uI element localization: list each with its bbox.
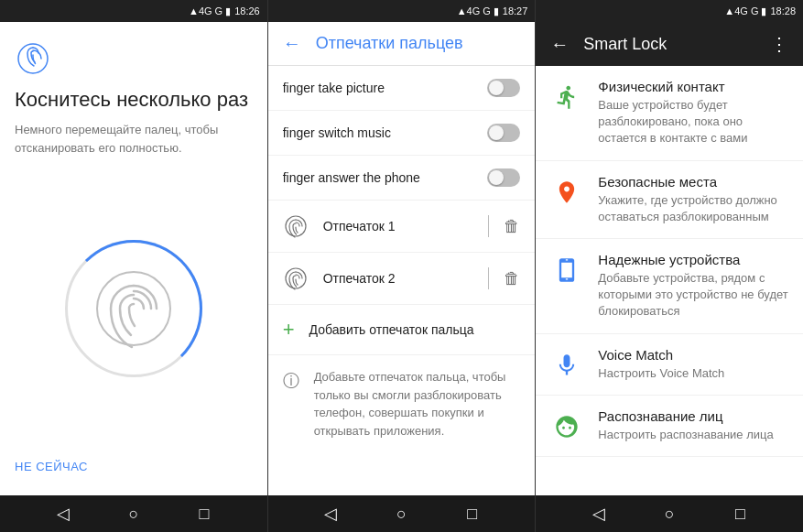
info-text: Добавьте отпечаток пальца, чтобы только … — [314, 368, 521, 440]
sl-subtitle-1: Укажите, где устройство должно оставатьс… — [598, 192, 788, 225]
nav-bar-3: ◁ ○ □ — [536, 495, 803, 532]
sl-text-4: Распознавание лиц Настроить распознавани… — [598, 408, 788, 443]
panel2-header: ← Отпечатки пальцев — [268, 22, 536, 66]
sl-text-0: Физический контакт Ваше устройство будет… — [598, 79, 788, 147]
status-bar-3: ▲4G G ▮ 18:28 — [536, 0, 803, 22]
wifi-icon-2: G — [483, 5, 491, 16]
panel1-content: Коснитесь несколько раз Немного перемеща… — [0, 22, 267, 495]
panel-fingerprint-settings: ▲4G G ▮ 18:27 ← Отпечатки пальцев finger… — [267, 0, 536, 532]
fp-name-1: Отпечаток 2 — [323, 271, 489, 286]
sl-subtitle-4: Настроить распознавание лица — [598, 427, 788, 443]
add-fp-label: Добавить отпечаток пальца — [309, 322, 474, 337]
location-icon — [550, 176, 583, 209]
toggle-row-2: finger answer the phone — [268, 156, 536, 201]
home-nav-icon-3[interactable]: ○ — [656, 500, 683, 527]
fingerprint-item-1: Отпечаток 2 🗑 — [268, 253, 536, 305]
not-now-button[interactable]: НЕ СЕЙЧАС — [15, 452, 88, 481]
wifi-icon-1: G — [215, 5, 223, 16]
panel-fingerprint-enrollment: ▲4G G ▮ 18:26 Коснитесь несколько раз Не… — [0, 0, 267, 532]
nav-bar-2: ◁ ○ □ — [268, 495, 536, 532]
fp-divider-1 — [488, 267, 489, 289]
toggle-switch-1[interactable] — [487, 124, 520, 142]
recents-nav-icon-3[interactable]: □ — [726, 500, 754, 527]
mic-icon — [550, 349, 583, 382]
battery-icon-3: ▮ — [761, 5, 766, 17]
svg-point-0 — [97, 272, 170, 345]
wifi-icon-3: G — [751, 5, 759, 16]
enrollment-subtitle: Немного перемещайте палец, чтобы отскани… — [15, 121, 253, 157]
toggle-switch-2[interactable] — [487, 168, 520, 187]
face-icon — [550, 410, 583, 443]
info-icon: ⓘ — [283, 370, 299, 392]
status-icons-2: ▲4G G ▮ — [457, 5, 499, 17]
enrollment-title: Коснитесь несколько раз — [15, 88, 253, 112]
smart-lock-item-4[interactable]: Распознавание лиц Настроить распознавани… — [536, 396, 803, 457]
sl-title-2: Надежные устройства — [598, 252, 788, 267]
time-1: 18:26 — [234, 5, 260, 16]
time-2: 18:27 — [503, 5, 528, 16]
plus-icon: + — [283, 318, 295, 342]
sl-subtitle-0: Ваше устройство будет разблокировано, по… — [598, 97, 788, 147]
smart-lock-item-1[interactable]: Безопасные места Укажите, где устройство… — [536, 161, 803, 239]
toggle-label-2: finger answer the phone — [283, 170, 488, 185]
sl-text-3: Voice Match Настроить Voice Match — [598, 347, 788, 382]
fp-name-0: Отпечаток 1 — [323, 219, 489, 233]
back-nav-icon-1[interactable]: ◁ — [49, 500, 77, 527]
panel-smart-lock: ▲4G G ▮ 18:28 ← Smart Lock ⋮ Физический … — [535, 0, 803, 532]
status-icons-1: ▲4G G ▮ — [189, 5, 231, 17]
nav-bar-1: ◁ ○ □ — [0, 495, 267, 532]
back-nav-icon-2[interactable]: ◁ — [317, 500, 344, 527]
device-icon — [550, 254, 583, 287]
toggle-label-1: finger switch music — [283, 125, 488, 140]
smart-lock-item-3[interactable]: Voice Match Настроить Voice Match — [536, 334, 803, 396]
sl-title-0: Физический контакт — [598, 79, 788, 94]
sl-subtitle-3: Настроить Voice Match — [598, 365, 788, 382]
signal-icon-1: ▲4G — [189, 5, 212, 16]
recents-nav-icon-2[interactable]: □ — [459, 500, 486, 527]
time-3: 18:28 — [770, 5, 796, 16]
status-bar-2: ▲4G G ▮ 18:27 — [268, 0, 536, 22]
back-nav-icon-3[interactable]: ◁ — [585, 500, 613, 527]
fp-icon-0 — [283, 213, 309, 239]
toggle-switch-0[interactable] — [487, 79, 520, 97]
panel2-content: finger take picture finger switch music … — [268, 66, 536, 495]
status-bar-1: ▲4G G ▮ 18:26 — [0, 0, 267, 22]
home-nav-icon-1[interactable]: ○ — [120, 500, 147, 527]
person-icon — [550, 81, 583, 114]
panel2-title: Отпечатки пальцев — [316, 34, 463, 53]
panel1-bottom: НЕ СЕЙЧАС — [15, 441, 253, 495]
smart-lock-item-0[interactable]: Физический контакт Ваше устройство будет… — [536, 66, 803, 161]
more-options-icon[interactable]: ⋮ — [770, 33, 788, 55]
fingerprint-item-0: Отпечаток 1 🗑 — [268, 201, 536, 253]
recents-nav-icon-1[interactable]: □ — [190, 500, 218, 527]
delete-fp-1[interactable]: 🗑 — [504, 269, 520, 288]
panel3-title: Smart Lock — [583, 35, 755, 54]
scan-circle — [65, 240, 202, 377]
delete-fp-0[interactable]: 🗑 — [504, 217, 520, 236]
signal-icon-2: ▲4G — [457, 5, 481, 16]
scan-fingerprint-icon — [92, 267, 175, 350]
add-fingerprint-row[interactable]: + Добавить отпечаток пальца — [268, 305, 536, 355]
battery-icon-1: ▮ — [225, 5, 231, 17]
home-nav-icon-2[interactable]: ○ — [388, 500, 416, 527]
sl-text-1: Безопасные места Укажите, где устройство… — [598, 174, 788, 225]
sl-title-3: Voice Match — [598, 347, 788, 363]
scan-area — [15, 175, 253, 441]
sl-text-2: Надежные устройства Добавьте устройства,… — [598, 252, 788, 320]
sl-subtitle-2: Добавьте устройства, рядом с которыми эт… — [598, 270, 788, 320]
toggle-row-0: finger take picture — [268, 66, 536, 111]
back-button-2[interactable]: ← — [283, 33, 301, 54]
smart-lock-item-2[interactable]: Надежные устройства Добавьте устройства,… — [536, 239, 803, 334]
fp-divider-0 — [488, 215, 489, 237]
status-icons-3: ▲4G G ▮ — [724, 5, 766, 17]
toggle-row-1: finger switch music — [268, 111, 536, 156]
back-button-3[interactable]: ← — [550, 34, 569, 55]
sl-title-1: Безопасные места — [598, 174, 788, 190]
fp-icon-1 — [283, 266, 309, 291]
panel3-header: ← Smart Lock ⋮ — [536, 22, 803, 66]
toggle-label-0: finger take picture — [283, 81, 488, 95]
signal-icon-3: ▲4G — [724, 5, 748, 16]
fingerprint-icon-top — [15, 40, 51, 77]
panel3-content: Физический контакт Ваше устройство будет… — [536, 66, 803, 495]
sl-title-4: Распознавание лиц — [598, 408, 788, 424]
